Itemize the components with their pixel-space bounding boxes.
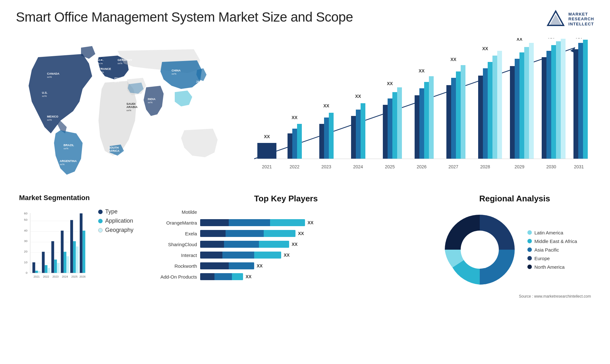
page-title: Smart Office Management System Market Si… bbox=[16, 10, 353, 25]
svg-text:XX: XX bbox=[548, 38, 554, 39]
svg-rect-68 bbox=[524, 47, 529, 159]
sharingcloud-value: XX bbox=[292, 242, 298, 247]
svg-text:2028: 2028 bbox=[480, 164, 490, 169]
asia-pacific-dot bbox=[527, 247, 532, 252]
svg-rect-75 bbox=[556, 41, 561, 159]
svg-rect-59 bbox=[483, 68, 488, 159]
motilde-bar bbox=[200, 208, 426, 215]
svg-text:2023: 2023 bbox=[321, 164, 331, 169]
svg-rect-58 bbox=[478, 76, 483, 159]
svg-text:AFRICA: AFRICA bbox=[109, 149, 119, 152]
svg-rect-47 bbox=[419, 88, 424, 159]
svg-text:xx%: xx% bbox=[126, 109, 131, 112]
svg-rect-108 bbox=[61, 231, 64, 273]
svg-rect-109 bbox=[64, 252, 66, 273]
svg-text:10: 10 bbox=[24, 260, 28, 264]
middle-east-dot bbox=[527, 239, 532, 243]
svg-rect-114 bbox=[80, 213, 83, 273]
addon-value: XX bbox=[246, 274, 252, 279]
rockworth-value: XX bbox=[257, 263, 263, 268]
europe-dot bbox=[527, 256, 532, 260]
svg-rect-101 bbox=[38, 271, 41, 273]
svg-text:2023: 2023 bbox=[52, 275, 59, 278]
svg-rect-54 bbox=[456, 71, 461, 159]
sharingcloud-bar: XX bbox=[200, 241, 426, 248]
header: Smart Office Management System Market Si… bbox=[16, 10, 594, 29]
orangemantra-name: OrangeMantra bbox=[146, 220, 197, 226]
player-motilde: Motilde bbox=[146, 208, 426, 215]
exela-value: XX bbox=[298, 231, 304, 236]
saudi-label: SAUDI bbox=[126, 102, 135, 105]
middle-east-label: Middle East & Africa bbox=[534, 239, 577, 244]
interact-name: Interact bbox=[146, 253, 197, 258]
svg-rect-60 bbox=[488, 62, 492, 159]
legend-application: Application bbox=[98, 218, 133, 224]
svg-rect-115 bbox=[83, 231, 85, 273]
orangemantra-bar: XX bbox=[200, 219, 426, 226]
svg-text:2031: 2031 bbox=[574, 164, 584, 169]
china-label: CHINA bbox=[172, 69, 181, 72]
svg-text:2022: 2022 bbox=[43, 275, 49, 278]
svg-text:XX: XX bbox=[264, 134, 270, 139]
application-label: Application bbox=[105, 218, 133, 224]
svg-rect-61 bbox=[492, 56, 497, 159]
germany-label: GERMANY bbox=[118, 58, 132, 62]
addon-name: Add-On Products bbox=[146, 274, 197, 280]
interact-value: XX bbox=[284, 253, 290, 258]
regional-section: Regional Analysis bbox=[435, 191, 594, 361]
geography-label: Geography bbox=[105, 227, 133, 233]
svg-point-122 bbox=[461, 231, 499, 269]
world-map-svg: CANADA xx% U.S. xx% MEXICO xx% BRAZIL xx… bbox=[19, 38, 229, 178]
svg-text:2030: 2030 bbox=[546, 164, 556, 169]
svg-text:xx%: xx% bbox=[118, 62, 122, 65]
india-label: INDIA bbox=[148, 98, 156, 101]
logo-area: MARKET RESEARCH INTELLECT bbox=[546, 10, 594, 29]
svg-text:2026: 2026 bbox=[79, 275, 86, 278]
svg-rect-25 bbox=[288, 133, 292, 159]
svg-text:XX: XX bbox=[355, 94, 361, 99]
svg-text:0: 0 bbox=[26, 271, 27, 274]
svg-rect-110 bbox=[66, 256, 69, 273]
svg-rect-37 bbox=[361, 103, 365, 159]
players-section: Top Key Players Motilde OrangeMantra bbox=[143, 191, 429, 361]
brazil-label: BRAZIL bbox=[64, 144, 74, 147]
svg-text:xx%: xx% bbox=[148, 101, 152, 104]
svg-rect-42 bbox=[392, 92, 397, 159]
logo-line1: MARKET bbox=[568, 12, 594, 17]
svg-rect-32 bbox=[329, 113, 334, 159]
geography-dot bbox=[98, 228, 103, 233]
svg-text:XX: XX bbox=[419, 68, 425, 73]
france-label: FRANCE bbox=[99, 67, 111, 71]
svg-text:xx%: xx% bbox=[60, 163, 64, 166]
svg-rect-79 bbox=[573, 49, 578, 159]
svg-rect-62 bbox=[497, 51, 502, 159]
svg-text:xx%: xx% bbox=[42, 95, 47, 98]
svg-text:XX: XX bbox=[517, 38, 523, 42]
svg-rect-65 bbox=[510, 66, 515, 159]
japan-label: JAPAN bbox=[196, 80, 206, 83]
legend-asia-pacific: Asia Pacific bbox=[527, 247, 577, 253]
application-dot bbox=[98, 219, 103, 223]
svg-rect-43 bbox=[397, 87, 402, 159]
svg-text:XX: XX bbox=[482, 46, 488, 51]
svg-text:2029: 2029 bbox=[514, 164, 524, 169]
players-title: Top Key Players bbox=[146, 194, 426, 204]
svg-rect-100 bbox=[35, 271, 38, 273]
main-grid: CANADA xx% U.S. xx% MEXICO xx% BRAZIL xx… bbox=[16, 35, 594, 361]
svg-rect-113 bbox=[76, 246, 79, 273]
svg-text:xx%: xx% bbox=[109, 153, 113, 156]
player-rockworth: Rockworth XX bbox=[146, 262, 426, 269]
svg-text:2021: 2021 bbox=[33, 275, 40, 278]
regional-title: Regional Analysis bbox=[438, 194, 591, 204]
svg-rect-102 bbox=[42, 252, 45, 273]
svg-text:xx%: xx% bbox=[114, 80, 119, 83]
interact-bar: XX bbox=[200, 252, 426, 259]
player-orangemantra: OrangeMantra XX bbox=[146, 219, 426, 226]
svg-rect-103 bbox=[45, 265, 48, 273]
svg-rect-53 bbox=[451, 78, 456, 159]
svg-rect-81 bbox=[583, 40, 588, 159]
svg-rect-41 bbox=[388, 98, 392, 159]
spain-label: SPAIN bbox=[99, 76, 108, 79]
player-exela: Exela XX bbox=[146, 230, 426, 237]
italy-label: ITALY bbox=[114, 77, 122, 80]
